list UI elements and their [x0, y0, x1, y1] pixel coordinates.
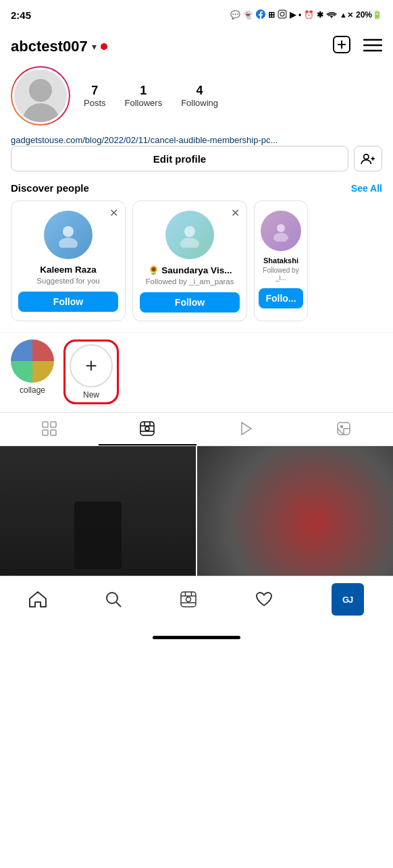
battery-icon: 20%🔋 [356, 10, 382, 20]
facebook-icon [256, 9, 265, 21]
nav-home[interactable] [29, 591, 47, 607]
svg-point-30 [341, 426, 343, 428]
svg-point-32 [107, 593, 117, 603]
menu-button[interactable] [363, 37, 382, 56]
svg-rect-20 [43, 430, 48, 435]
follow-button-0[interactable]: Follow [18, 292, 118, 312]
message-icon: 💬 [230, 10, 240, 20]
add-post-button[interactable] [332, 35, 351, 58]
suggested-avatar-1 [165, 211, 214, 259]
svg-line-33 [116, 602, 121, 607]
following-stat[interactable]: 4 Following [181, 84, 218, 108]
add-person-button[interactable] [354, 146, 382, 171]
svg-point-16 [277, 224, 285, 232]
followers-label: Followers [125, 98, 163, 108]
edit-profile-button[interactable]: Edit profile [11, 146, 348, 171]
svg-point-17 [273, 233, 288, 242]
svg-marker-28 [242, 423, 251, 435]
suggested-sub-2: Followed by _i... [259, 267, 303, 281]
new-story-button[interactable]: + [70, 344, 113, 387]
bluetooth-icon: ✱ [317, 10, 323, 20]
brand-icon: GJ [332, 583, 364, 616]
notification-dot [101, 43, 107, 50]
close-button-0[interactable]: ✕ [109, 207, 118, 219]
grid-icon: ⊞ [268, 10, 275, 20]
suggested-avatar-0 [44, 211, 93, 259]
svg-point-12 [63, 226, 74, 237]
status-time: 2:45 [11, 9, 31, 21]
stories-row: collage + New [0, 332, 393, 407]
dot-icon: • [298, 10, 301, 20]
svg-point-9 [364, 155, 369, 159]
followers-stat[interactable]: 1 Followers [125, 84, 163, 108]
suggested-name-1: 🌻 Saundarya Vis... [148, 265, 232, 275]
tab-grid[interactable] [0, 413, 99, 445]
stats-row: 7 Posts 1 Followers 4 Following [84, 84, 218, 108]
username-label: abctest007 [11, 38, 88, 55]
home-indicator [0, 629, 393, 645]
suggested-card-2: Shatakshi Followed by _i... Follo... [254, 200, 308, 321]
collage-cell-4 [32, 361, 54, 383]
collage-avatar[interactable] [11, 340, 54, 383]
suggested-name-0: Kaleem Raza [40, 265, 96, 275]
tab-reels[interactable] [99, 413, 197, 445]
bottom-nav: GJ [0, 576, 393, 629]
close-button-1[interactable]: ✕ [231, 207, 240, 219]
header-right [332, 35, 382, 58]
suggested-sub-0: Suggested for you [36, 277, 99, 285]
collage-cell-1 [11, 340, 32, 361]
svg-rect-34 [181, 592, 196, 607]
posts-label: Posts [84, 98, 106, 108]
svg-point-1 [280, 12, 284, 16]
following-label: Following [181, 98, 218, 108]
instagram-icon [278, 9, 287, 21]
story-new[interactable]: + New [63, 340, 119, 404]
discover-title: Discover people [11, 182, 89, 194]
svg-point-23 [145, 427, 149, 431]
new-story-label: New [83, 390, 99, 400]
chevron-down-icon[interactable]: ▾ [92, 41, 97, 52]
suggested-avatar-2 [261, 211, 301, 251]
following-count: 4 [181, 84, 218, 98]
svg-rect-19 [51, 422, 56, 427]
suggested-scroll: ✕ Kaleem Raza Suggested for you Follow ✕… [0, 200, 393, 332]
status-bar: 2:45 💬 👻 ⊞ ▶ • ⏰ ✱ ▲✕ 20%🔋 [0, 0, 393, 30]
follow-button-1[interactable]: Follow [140, 292, 240, 313]
status-icons: 💬 👻 ⊞ ▶ • ⏰ ✱ ▲✕ 20%🔋 [230, 9, 382, 21]
signal-icon: ▲✕ [340, 11, 353, 20]
tab-tag[interactable] [295, 413, 394, 445]
collage-cell-3 [11, 361, 32, 383]
nav-search[interactable] [105, 591, 122, 607]
posts-stat[interactable]: 7 Posts [84, 84, 106, 108]
snapchat-icon: 👻 [243, 10, 253, 20]
svg-point-15 [180, 238, 199, 248]
header-left: abctest007 ▾ [11, 38, 107, 55]
header: abctest007 ▾ [0, 30, 393, 66]
svg-rect-21 [51, 430, 56, 435]
grid-cell-0[interactable] [0, 446, 196, 576]
home-bar [153, 636, 240, 639]
followers-count: 1 [125, 84, 163, 98]
nav-reels[interactable] [180, 591, 196, 607]
new-story-highlight: + New [63, 340, 119, 404]
suggested-card-1: ✕ 🌻 Saundarya Vis... Followed by _i_am_p… [132, 200, 247, 321]
svg-rect-18 [43, 422, 48, 427]
svg-point-13 [59, 238, 78, 248]
svg-point-35 [186, 597, 190, 602]
avatar[interactable] [11, 66, 70, 126]
suggested-sub-1: Followed by _i_am_paras [145, 277, 234, 286]
nav-profile[interactable]: GJ [332, 583, 364, 616]
posts-count: 7 [84, 84, 106, 98]
svg-point-2 [284, 11, 285, 12]
svg-point-14 [184, 226, 195, 237]
grid-cell-1[interactable] [197, 446, 393, 576]
story-collage[interactable]: collage [11, 340, 54, 395]
see-all-button[interactable]: See All [351, 183, 382, 194]
wifi-icon [326, 10, 337, 20]
profile-section: 7 Posts 1 Followers 4 Following [0, 66, 393, 134]
alarm-icon: ⏰ [304, 10, 314, 20]
tab-play[interactable] [196, 413, 295, 445]
follow-button-2[interactable]: Follo... [259, 288, 303, 308]
nav-heart[interactable] [255, 591, 273, 607]
plus-icon: + [85, 356, 97, 376]
